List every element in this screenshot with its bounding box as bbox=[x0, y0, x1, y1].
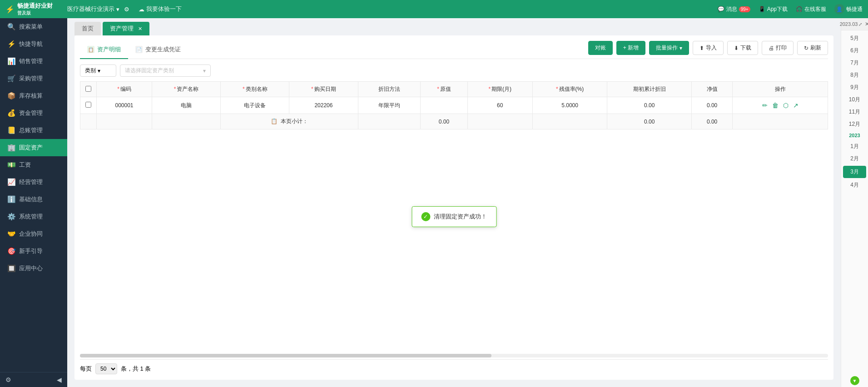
ledger-icon: 📒 bbox=[7, 126, 15, 134]
import-button[interactable]: ⬆ 导入 bbox=[693, 41, 724, 55]
calendar-month-1[interactable]: 1月 bbox=[841, 140, 868, 153]
download-button[interactable]: ⬇ 下载 bbox=[727, 41, 758, 55]
new-button[interactable]: + 新增 bbox=[616, 41, 645, 55]
calendar-month-11[interactable]: 11月 bbox=[841, 106, 868, 118]
page-size-select[interactable]: 50 bbox=[95, 363, 117, 374]
print-button[interactable]: 🖨 打印 bbox=[762, 41, 794, 55]
reconcile-button[interactable]: 对账 bbox=[588, 41, 613, 55]
calendar-scroll-down-icon[interactable]: ▼ bbox=[850, 376, 859, 385]
toast-message: 清理固定资产成功！ bbox=[434, 213, 487, 221]
delete-icon[interactable]: 🗑 bbox=[771, 101, 779, 110]
copy-icon[interactable]: ⬡ bbox=[782, 101, 789, 110]
sidebar-item-management[interactable]: 📈 经营管理 bbox=[0, 174, 67, 191]
select-all-checkbox[interactable] bbox=[85, 86, 91, 92]
calendar-month-5[interactable]: 5月 bbox=[841, 32, 868, 45]
sidebar-item-label: 销售管理 bbox=[19, 57, 43, 65]
cell-method: 年限平均 bbox=[358, 97, 421, 114]
company-selector[interactable]: 医疗器械行业演示 ▾ ⚙ bbox=[67, 5, 129, 13]
subtotal-label: 本页小计： bbox=[281, 118, 308, 124]
calendar-month-4[interactable]: 4月 bbox=[841, 179, 868, 191]
app-title: 畅捷通好业财 bbox=[17, 2, 53, 10]
sidebar-item-system[interactable]: ⚙️ 系统管理 bbox=[0, 208, 67, 225]
calendar-month-8[interactable]: 8月 bbox=[841, 69, 868, 81]
sidebar-item-inventory[interactable]: 📦 库存核算 bbox=[0, 87, 67, 104]
sub-tab-asset-detail[interactable]: 📋 资产明细 bbox=[80, 41, 128, 59]
more-icon[interactable]: ↗ bbox=[792, 101, 799, 110]
col-code: *编码 bbox=[97, 82, 152, 97]
service-icon: 🎧 bbox=[796, 6, 803, 12]
online-service-button[interactable]: 🎧 在线客服 bbox=[796, 5, 826, 13]
sidebar-item-guide[interactable]: 🎯 新手引导 bbox=[0, 243, 67, 260]
enterprise-icon: 🤝 bbox=[7, 230, 15, 238]
app-subtitle: 普及版 bbox=[17, 10, 53, 16]
calendar-month-9[interactable]: 9月 bbox=[841, 81, 868, 94]
sidebar-item-sales[interactable]: 📊 销售管理 bbox=[0, 53, 67, 70]
horizontal-scrollbar[interactable] bbox=[80, 354, 828, 357]
calendar-month-3-current[interactable]: 3月 bbox=[843, 166, 866, 178]
batch-button[interactable]: 批量操作 ▾ bbox=[649, 41, 689, 55]
col-category: *类别名称 bbox=[221, 82, 289, 97]
experience-button[interactable]: ☁ 我要体验一下 bbox=[139, 5, 182, 13]
sidebar-item-fixed-assets[interactable]: 🏢 固定资产 bbox=[0, 139, 67, 156]
row-checkbox-cell[interactable] bbox=[80, 97, 97, 114]
calendar-expand-icon[interactable]: ⤢ bbox=[858, 22, 862, 27]
sidebar-item-basic-info[interactable]: ℹ️ 基础信息 bbox=[0, 191, 67, 208]
calendar-month-2[interactable]: 2月 bbox=[841, 153, 868, 165]
cell-category: 电子设备 bbox=[221, 97, 289, 114]
user-button[interactable]: 👤 畅捷通 bbox=[834, 4, 863, 14]
sidebar-item-apps[interactable]: 🔲 应用中心 bbox=[0, 260, 67, 277]
collapse-sidebar-icon[interactable]: ◀ bbox=[57, 376, 62, 383]
sidebar-item-purchase[interactable]: 🛒 采购管理 bbox=[0, 70, 67, 87]
cell-init-depreciation: 0.00 bbox=[607, 97, 692, 114]
purchase-icon: 🛒 bbox=[7, 74, 15, 83]
tab-asset-mgmt[interactable]: 资产管理 ✕ bbox=[103, 22, 149, 35]
download-icon: ⬇ bbox=[734, 45, 739, 51]
col-actions: 操作 bbox=[733, 82, 828, 97]
main-layout: 🔍 搜索菜单 ⚡ 快捷导航 📊 销售管理 🛒 采购管理 📦 库存核算 💰 bbox=[0, 18, 868, 387]
settings-bottom-icon[interactable]: ⚙ bbox=[5, 376, 11, 383]
category-filter[interactable]: 类别 ▾ bbox=[80, 64, 116, 77]
select-all-header[interactable] bbox=[80, 82, 97, 97]
voucher-tab-icon: 📄 bbox=[135, 46, 143, 53]
message-button[interactable]: 💬 消息 99+ bbox=[718, 5, 750, 13]
funds-icon: 💰 bbox=[7, 109, 15, 117]
sidebar: 🔍 搜索菜单 ⚡ 快捷导航 📊 销售管理 🛒 采购管理 📦 库存核算 💰 bbox=[0, 18, 67, 387]
table-row: 000001 电脑 电子设备 202206 年限平均 60 5.0000 0.0… bbox=[80, 97, 828, 114]
sidebar-item-ledger[interactable]: 📒 总账管理 bbox=[0, 122, 67, 139]
sidebar-item-funds[interactable]: 💰 资金管理 bbox=[0, 104, 67, 122]
tab-bar: 首页 资产管理 ✕ bbox=[67, 18, 841, 35]
asset-detail-tab-icon: 📋 bbox=[87, 46, 94, 53]
quick-nav-icon: ⚡ bbox=[7, 40, 15, 48]
row-checkbox[interactable] bbox=[85, 102, 91, 108]
subtotal-net: 0.00 bbox=[692, 114, 733, 129]
category-select-wide[interactable]: 请选择固定资产类别 ▾ bbox=[120, 64, 211, 77]
edit-icon[interactable]: ✏ bbox=[761, 101, 769, 110]
tab-home[interactable]: 首页 bbox=[74, 22, 101, 35]
sidebar-item-label: 搜索菜单 bbox=[19, 23, 43, 31]
sidebar-item-salary[interactable]: 💵 工资 bbox=[0, 156, 67, 174]
calendar-month-7[interactable]: 7月 bbox=[841, 57, 868, 69]
calendar-close-icon[interactable]: ✕ bbox=[865, 21, 868, 27]
sidebar-item-enterprise[interactable]: 🤝 企业协同 bbox=[0, 225, 67, 243]
cell-period: 60 bbox=[467, 97, 532, 114]
sidebar-item-quick-nav[interactable]: ⚡ 快捷导航 bbox=[0, 35, 67, 53]
calendar-month-10[interactable]: 10月 bbox=[841, 94, 868, 106]
calendar-month-12[interactable]: 12月 bbox=[841, 118, 868, 130]
scrollbar-thumb[interactable] bbox=[80, 354, 491, 357]
app-logo: ⚡ 畅捷通好业财 普及版 bbox=[5, 2, 60, 16]
tab-close-icon[interactable]: ✕ bbox=[138, 26, 142, 31]
sub-tab-voucher-gen[interactable]: 📄 变更生成凭证 bbox=[128, 41, 188, 59]
guide-icon: 🎯 bbox=[7, 247, 15, 255]
refresh-button[interactable]: ↻ 刷新 bbox=[797, 41, 828, 55]
success-icon: ✓ bbox=[421, 212, 430, 221]
batch-dropdown-icon: ▾ bbox=[680, 45, 682, 51]
settings-icon[interactable]: ⚙ bbox=[124, 6, 129, 13]
calendar-month-6[interactable]: 6月 bbox=[841, 45, 868, 57]
col-name: *资产名称 bbox=[152, 82, 220, 97]
app-download-button[interactable]: 📱 App下载 bbox=[759, 5, 788, 13]
company-dropdown-icon: ▾ bbox=[116, 6, 119, 13]
filter-row: 类别 ▾ 请选择固定资产类别 ▾ bbox=[80, 64, 828, 77]
cell-residual-rate: 5.0000 bbox=[532, 97, 607, 114]
sidebar-item-search[interactable]: 🔍 搜索菜单 bbox=[0, 18, 67, 35]
company-name: 医疗器械行业演示 bbox=[67, 5, 114, 13]
